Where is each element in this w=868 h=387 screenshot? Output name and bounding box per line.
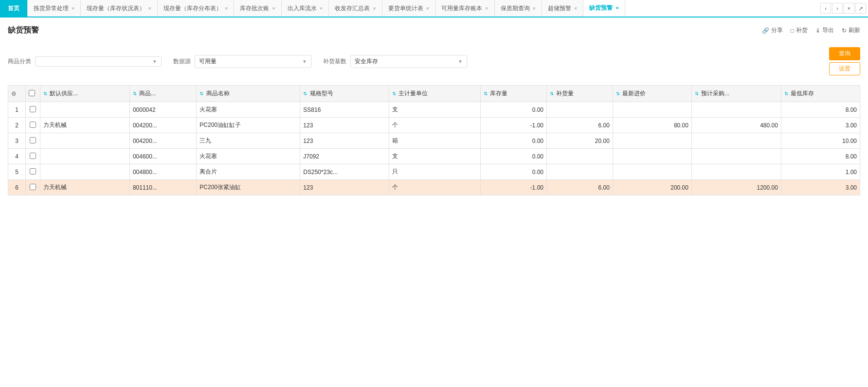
replenish-basis-label: 补货基数	[323, 57, 346, 66]
tab-close-button[interactable]: ×	[844, 3, 854, 14]
tab-expand-button[interactable]: ➚	[855, 3, 866, 14]
share-icon: 🔗	[762, 27, 769, 34]
tab-item-expiry[interactable]: 保质期查询×	[495, 0, 542, 17]
sort-icon-spec: ⇅	[303, 91, 307, 96]
header-actions: 🔗 分享 □ 补货 ⇓ 导出 ↻ 刷新	[762, 26, 860, 35]
cell-replenish-3: 20.00	[546, 133, 613, 149]
gear-icon[interactable]: ⚙	[11, 90, 17, 97]
refresh-icon: ↻	[842, 27, 847, 34]
row-checkbox-3[interactable]	[30, 137, 36, 143]
th-est-purchase[interactable]: ⇅ 预计采购...	[691, 86, 781, 102]
tab-label-shortage: 缺货预警	[589, 4, 613, 12]
datasource-value: 可用量	[199, 57, 217, 66]
th-latest-price[interactable]: ⇅ 最新进价	[613, 86, 691, 102]
tab-item-batch[interactable]: 库存批次账×	[234, 0, 281, 17]
th-unit[interactable]: ⇅ 主计量单位	[389, 86, 480, 102]
tab-close-icon-receipt[interactable]: ×	[373, 5, 376, 11]
th-code[interactable]: ⇅ 商品...	[129, 86, 196, 102]
tab-close-icon-expiry[interactable]: ×	[533, 5, 536, 11]
th-stock[interactable]: ⇅ 库存量	[481, 86, 547, 102]
row-checkbox-cell-6	[26, 180, 40, 195]
tab-label-batch: 库存批次账	[240, 4, 269, 13]
cell-latest_price-5	[613, 164, 691, 180]
datasource-filter-group: 数据源 可用量 ▼	[173, 55, 311, 68]
tab-item-inout[interactable]: 出入库流水×	[282, 0, 329, 17]
replenish-basis-filter-group: 补货基数 安全库存 ▼	[323, 55, 467, 68]
row-checkbox-1[interactable]	[30, 106, 36, 112]
sort-icon-code: ⇅	[133, 91, 137, 96]
row-checkbox-6[interactable]	[30, 184, 36, 190]
cell-spec-6: 123	[300, 180, 389, 195]
th-check[interactable]	[26, 86, 40, 102]
cell-name-4: 火花塞	[197, 149, 300, 164]
table-row: 6力天机械801110...PC200张紧油缸123个-1.006.00200.…	[8, 180, 860, 195]
cell-code-2: 004200...	[129, 118, 196, 133]
tab-close-icon-shortage[interactable]: ×	[615, 5, 618, 11]
tab-close-icon-batch[interactable]: ×	[272, 5, 275, 11]
category-select[interactable]: ▼	[35, 56, 162, 67]
cell-est_purchase-3	[691, 133, 781, 149]
tab-item-overstock[interactable]: 超储预警×	[542, 0, 583, 17]
table-row: 3004200...三九123箱0.0020.0010.00	[8, 133, 860, 149]
refresh-action[interactable]: ↻ 刷新	[842, 26, 860, 35]
tab-item-demand[interactable]: 要货单统计表×	[382, 0, 435, 17]
th-name[interactable]: ⇅ 商品名称	[197, 86, 300, 102]
tab-close-icon-overstock[interactable]: ×	[574, 5, 577, 11]
tab-close-icon-demand[interactable]: ×	[426, 5, 429, 11]
cell-name-2: PC200油缸缸子	[197, 118, 300, 133]
cell-min_stock-3: 10.00	[781, 133, 860, 149]
tab-close-icon-available[interactable]: ×	[485, 5, 488, 11]
page-title: 缺货预警	[8, 25, 39, 35]
cell-replenish-4	[546, 149, 613, 164]
tab-close-icon-abnormal[interactable]: ×	[72, 5, 74, 11]
row-checkbox-cell-5	[26, 164, 40, 180]
tab-item-shortage[interactable]: 缺货预警×	[583, 0, 625, 17]
replenish-basis-select[interactable]: 安全库存 ▼	[350, 55, 467, 68]
th-spec[interactable]: ⇅ 规格型号	[300, 86, 389, 102]
filter-buttons: 查询 设置	[829, 47, 860, 75]
sort-icon-unit: ⇅	[392, 91, 396, 96]
tab-next-button[interactable]: ›	[832, 3, 843, 14]
table-row: 2力天机械004200...PC200油缸缸子123个-1.006.0080.0…	[8, 118, 860, 133]
table-header-row: ⚙ ⇅ 默认供应... ⇅ 商品... ⇅ 商品名称 ⇅	[8, 86, 860, 102]
cell-latest_price-6: 200.00	[613, 180, 691, 195]
cell-unit-3: 箱	[389, 133, 480, 149]
tab-item-abnormal[interactable]: 拣货异常处理×	[28, 0, 81, 17]
cell-replenish-1	[546, 102, 613, 118]
tab-close-icon-inout[interactable]: ×	[320, 5, 323, 11]
select-all-checkbox[interactable]	[29, 90, 35, 96]
row-number-6: 6	[8, 180, 26, 195]
row-checkbox-4[interactable]	[30, 153, 36, 159]
cell-replenish-6: 6.00	[546, 180, 613, 195]
tab-label-demand: 要货单统计表	[388, 4, 423, 13]
export-action[interactable]: ⇓ 导出	[815, 26, 834, 35]
setting-button[interactable]: 设置	[829, 62, 860, 75]
row-checkbox-5[interactable]	[30, 168, 36, 175]
tab-item-home[interactable]: 首页	[0, 0, 28, 17]
th-min-stock[interactable]: ⇅ 最低库存	[781, 86, 860, 102]
tab-item-stock-status[interactable]: 现存量（库存状况表）×	[81, 0, 157, 17]
tab-item-receipt[interactable]: 收发存汇总表×	[329, 0, 382, 17]
row-checkbox-cell-3	[26, 133, 40, 149]
tab-label-receipt: 收发存汇总表	[335, 4, 370, 13]
tab-item-available[interactable]: 可用量库存账本×	[435, 0, 494, 17]
tab-close-icon-stock-status[interactable]: ×	[148, 5, 151, 11]
th-supplier[interactable]: ⇅ 默认供应...	[40, 86, 130, 102]
cell-supplier-4	[40, 149, 130, 164]
datasource-select[interactable]: 可用量 ▼	[195, 55, 311, 68]
tab-item-stock-dist[interactable]: 现存量（库存分布表）×	[158, 0, 234, 17]
cell-name-1: 火花塞	[197, 102, 300, 118]
cell-code-5: 004800...	[129, 164, 196, 180]
tab-prev-button[interactable]: ‹	[820, 3, 831, 14]
tab-close-icon-stock-dist[interactable]: ×	[225, 5, 228, 11]
th-replenish[interactable]: ⇅ 补货量	[546, 86, 613, 102]
table-row: 4004600...火花塞J7092支0.008.00	[8, 149, 860, 164]
share-action[interactable]: 🔗 分享	[762, 26, 783, 35]
row-checkbox-cell-2	[26, 118, 40, 133]
query-button[interactable]: 查询	[829, 47, 860, 60]
replenish-action[interactable]: □ 补货	[791, 26, 808, 35]
cell-est_purchase-1	[691, 102, 781, 118]
th-gear[interactable]: ⚙	[8, 86, 26, 102]
row-checkbox-2[interactable]	[30, 122, 36, 128]
page-content: 缺货预警 🔗 分享 □ 补货 ⇓ 导出 ↻ 刷新 商品分类	[0, 18, 868, 387]
